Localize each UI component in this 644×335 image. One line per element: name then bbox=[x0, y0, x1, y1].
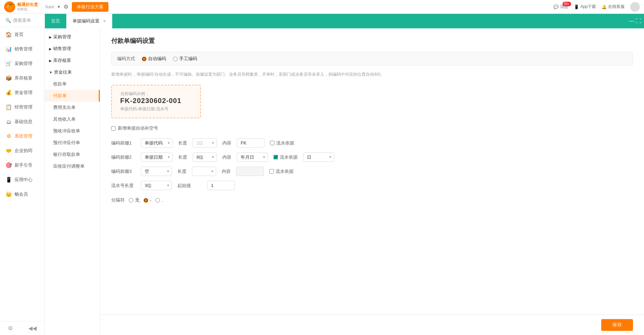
sep-dot-label: . bbox=[162, 198, 163, 203]
prefix3-select[interactable]: 空 bbox=[141, 167, 172, 176]
sub-group-capital: ▼ 资金往来 收款单 付款单 费用支出单 其他收入单 预收冲应收单 预付冲应付单… bbox=[45, 66, 100, 172]
prefix2-flow-checkbox-input[interactable] bbox=[273, 155, 278, 159]
prefix2-select[interactable]: 单据日期 bbox=[141, 152, 173, 162]
tab-expand-icon[interactable]: ⛶ bbox=[636, 18, 641, 24]
prefix1-select[interactable]: 单据代码 bbox=[141, 138, 173, 148]
prefix2-select-wrapper: 单据日期 bbox=[141, 152, 173, 162]
sub-item-expense[interactable]: 费用支出单 bbox=[45, 102, 100, 113]
sidebar-item-sales[interactable]: 📊 销售管理 bbox=[0, 42, 45, 56]
tab-encode-settings[interactable]: 单据编码设置 ✕ bbox=[66, 14, 112, 28]
prefix2-length-select[interactable]: 8位 bbox=[193, 152, 217, 162]
sidebar-collapse-icon[interactable]: ◀◀ bbox=[28, 325, 37, 332]
prefix3-content-input[interactable] bbox=[236, 167, 264, 176]
serial-length-select[interactable]: 3位 4位 5位 bbox=[141, 181, 172, 190]
prefix3-flow-checkbox-input[interactable] bbox=[269, 169, 274, 174]
sidebar-search[interactable]: 🔍 搜索菜单 bbox=[0, 14, 45, 27]
online-service-btn[interactable]: 🔔 在线客服 bbox=[602, 4, 625, 10]
sidebar-item-operations[interactable]: 📋 经营管理 bbox=[0, 100, 45, 114]
sidebar-item-inventory[interactable]: 📦 库存核算 bbox=[0, 71, 45, 85]
sidebar-item-basic[interactable]: 🗂 基础信息 bbox=[0, 114, 45, 129]
topbar-divider bbox=[41, 3, 42, 10]
prefix3-length-label: 长度 bbox=[177, 168, 186, 175]
sidebar-item-guide[interactable]: 🎯 新手引导 bbox=[0, 158, 45, 173]
start-value-label: 起始值 bbox=[177, 183, 202, 189]
prefix2-content-wrapper: 年月日 bbox=[237, 152, 268, 162]
sub-item-prepay-pay[interactable]: 预付冲应付单 bbox=[45, 137, 100, 149]
prefix3-length-select[interactable] bbox=[192, 167, 216, 176]
prefix2-flow-checkbox[interactable]: 流水依据 bbox=[273, 154, 298, 160]
prefix2-content-select[interactable]: 年月日 bbox=[237, 152, 268, 162]
topbar: 🍊 畅通好生意 猎豹版 Nare ▾ ⚙ 体验行业方案 💬 消息 99+ 📱 A… bbox=[0, 0, 644, 14]
sidebar-item-home[interactable]: 🏠 首页 bbox=[0, 27, 45, 42]
prefix3-flow-checkbox[interactable]: 流水依据 bbox=[269, 168, 294, 175]
sidebar-item-apps[interactable]: 📱 应用中心 bbox=[0, 173, 45, 187]
example-box: 当前编码示例： FK-20230602-001 单据代码-单据日期-流水号 bbox=[111, 85, 201, 118]
sub-item-other-income[interactable]: 其他收入单 bbox=[45, 113, 100, 125]
user-avatar[interactable] bbox=[630, 2, 640, 12]
industry-btn[interactable]: 体验行业方案 bbox=[72, 2, 108, 12]
example-label: 当前编码示例： bbox=[120, 91, 192, 97]
sep-dot-option[interactable]: . bbox=[155, 198, 163, 203]
app-download-btn[interactable]: 📱 App下载 bbox=[574, 4, 596, 10]
save-button[interactable]: 保存 bbox=[601, 319, 633, 331]
manual-encode-radio[interactable] bbox=[173, 57, 177, 61]
sub-item-adjust[interactable]: 应收应付调整单 bbox=[45, 160, 100, 172]
chevron-right-icon: ▶ bbox=[49, 47, 52, 51]
prefix2-length-label: 长度 bbox=[178, 154, 187, 160]
sidebar-item-member[interactable]: 👑 畅会员 bbox=[0, 187, 45, 202]
sub-group-capital-title[interactable]: ▼ 资金往来 bbox=[45, 66, 100, 78]
sep-none-radio[interactable] bbox=[129, 198, 133, 203]
sidebar-item-system[interactable]: ⚙ 系统管理 bbox=[0, 129, 45, 143]
sub-group-inventory-title[interactable]: ▶ 库存核算 bbox=[45, 55, 100, 66]
sep-dash-option[interactable]: - bbox=[144, 198, 151, 203]
manual-encode-option[interactable]: 手工编码 bbox=[173, 56, 197, 62]
sep-dot-radio[interactable] bbox=[155, 198, 160, 203]
sep-none-option[interactable]: 无 bbox=[129, 197, 140, 203]
start-value-input[interactable] bbox=[207, 181, 235, 190]
auto-encode-option[interactable]: 自动编码 bbox=[142, 56, 166, 62]
sidebar-bottom: ⚙ ◀◀ bbox=[0, 321, 45, 335]
sub-item-payment[interactable]: 付款单 bbox=[45, 90, 100, 102]
sidebar-item-purchase[interactable]: 🛒 采购管理 bbox=[0, 56, 45, 71]
prefix3-row: 编码前缀3 空 长度 内容 bbox=[111, 167, 633, 176]
auto-encode-radio[interactable] bbox=[142, 57, 146, 61]
sidebar-settings-icon[interactable]: ⚙ bbox=[8, 325, 13, 332]
form-area: 付款单编码设置 编码方式 自动编码 手工编码 bbox=[100, 28, 644, 315]
prefix3-flow-label: 流水依据 bbox=[276, 168, 294, 175]
sub-group-sales-title[interactable]: ▶ 销售管理 bbox=[45, 43, 100, 55]
separator-options: 无 - . bbox=[129, 197, 163, 203]
prefix1-flow-checkbox-input[interactable] bbox=[270, 141, 275, 145]
sub-group-sales: ▶ 销售管理 bbox=[45, 43, 100, 55]
settings-icon[interactable]: ⚙ bbox=[64, 3, 68, 10]
tab-minimize-icon[interactable]: — bbox=[629, 18, 634, 24]
tab-home[interactable]: 首页 bbox=[45, 14, 66, 28]
prefix1-length-select[interactable]: 2位 bbox=[193, 138, 217, 148]
tab-close-icon[interactable]: ✕ bbox=[103, 19, 106, 24]
sidebar-item-finance[interactable]: 💰 资金管理 bbox=[0, 85, 45, 100]
messages-btn[interactable]: 💬 消息 99+ bbox=[554, 4, 568, 10]
prefix1-select-wrapper: 单据代码 bbox=[141, 138, 173, 148]
prefix1-content-input[interactable] bbox=[237, 138, 265, 148]
sep-dash-radio[interactable] bbox=[144, 198, 148, 203]
bottom-bar: 保存 bbox=[100, 315, 644, 335]
separator-row: 分隔符 无 - . bbox=[111, 197, 633, 203]
chevron-right-icon: ▶ bbox=[49, 35, 52, 39]
auto-fill-row[interactable]: 新增单据自动补空号 bbox=[111, 125, 633, 131]
sidebar-item-cooperation[interactable]: 🤝 企业协同 bbox=[0, 143, 45, 158]
guide-icon: 🎯 bbox=[6, 162, 12, 168]
chevron-right-icon: ▶ bbox=[49, 59, 52, 63]
prefix2-content-label: 内容 bbox=[222, 154, 231, 160]
sub-item-receipt[interactable]: 收款单 bbox=[45, 78, 100, 90]
tabbar-controls: — ⛶ bbox=[629, 18, 644, 24]
sub-group-purchase-title[interactable]: ▶ 采购管理 bbox=[45, 31, 100, 43]
sub-item-prepay-receive[interactable]: 预收冲应收单 bbox=[45, 125, 100, 137]
prefix1-flow-checkbox[interactable]: 流水依据 bbox=[270, 140, 294, 146]
sep-dash-label: - bbox=[150, 198, 151, 203]
company-dropdown-icon[interactable]: ▾ bbox=[58, 4, 60, 9]
prefix1-content-label: 内容 bbox=[222, 140, 231, 146]
prefix2-period-select[interactable]: 日 月 年 bbox=[303, 152, 334, 162]
prefix1-length-label: 长度 bbox=[178, 140, 187, 146]
logo-icon: 🍊 bbox=[4, 1, 15, 12]
sub-item-bank[interactable]: 银行存取款单 bbox=[45, 149, 100, 160]
auto-fill-checkbox[interactable] bbox=[111, 126, 116, 131]
